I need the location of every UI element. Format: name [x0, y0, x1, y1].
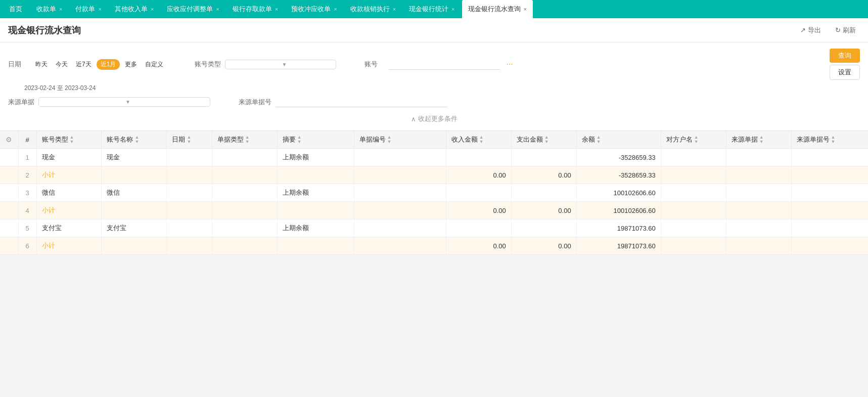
close-icon[interactable]: ×	[216, 6, 219, 12]
close-icon[interactable]: ×	[59, 6, 62, 12]
nav-item-银行存取款单[interactable]: 银行存取款单 ×	[226, 0, 284, 18]
th-date[interactable]: 日期 ▲▼	[167, 131, 212, 149]
export-button[interactable]: ↗ 导出	[796, 24, 825, 37]
td-source-doc-no	[791, 219, 868, 237]
td-date	[167, 237, 212, 255]
sort-icon: ▲▼	[387, 135, 392, 144]
nav-item-收款单[interactable]: 收款单 ×	[30, 0, 68, 18]
td-doc-type	[212, 184, 277, 202]
th-source-doc-no[interactable]: 来源单据号 ▲▼	[791, 131, 868, 149]
td-expense: 0.00	[511, 166, 576, 184]
sort-icon: ▲▼	[831, 135, 836, 144]
th-gear[interactable]: ⚙	[0, 131, 18, 149]
refresh-button[interactable]: ↻ 刷新	[831, 24, 860, 37]
td-date	[167, 202, 212, 219]
nav-item-收款核销执行[interactable]: 收款核销执行 ×	[344, 0, 402, 18]
source-doc-num-input[interactable]	[278, 98, 445, 105]
source-doc-num-group: 来源单据号	[239, 97, 447, 107]
close-icon[interactable]: ×	[151, 6, 154, 12]
query-button[interactable]: 查询	[830, 49, 860, 63]
th-doc-type[interactable]: 单据类型 ▲▼	[212, 131, 277, 149]
td-source-doc	[726, 202, 791, 219]
td-expense	[511, 184, 576, 202]
sort-icon: ▲▼	[597, 135, 601, 144]
td-doc-no	[354, 202, 446, 219]
td-source-doc	[726, 237, 791, 255]
td-source-doc-no	[791, 202, 868, 219]
td-gear	[0, 184, 18, 202]
nav-item-应收应付调整单[interactable]: 应收应付调整单 ×	[161, 0, 225, 18]
date-opt-custom[interactable]: 自定义	[142, 59, 166, 70]
dots-button[interactable]: ···	[504, 60, 515, 69]
td-balance: -3528659.33	[576, 149, 661, 166]
nav-item-付款单[interactable]: 付款单 ×	[69, 0, 107, 18]
nav-item-现金银行统计[interactable]: 现金银行统计 ×	[403, 0, 461, 18]
th-doc-no[interactable]: 单据编号 ▲▼	[354, 131, 446, 149]
td-expense: 0.00	[511, 237, 576, 255]
close-icon[interactable]: ×	[524, 6, 527, 12]
td-counterparty	[661, 184, 726, 202]
td-account-type: 现金	[36, 149, 102, 166]
th-source-doc[interactable]: 来源单据 ▲▼	[726, 131, 791, 149]
td-summary	[277, 166, 354, 184]
td-gear	[0, 237, 18, 255]
th-counterparty[interactable]: 对方户名 ▲▼	[661, 131, 726, 149]
table-body: 1现金现金上期余额-3528659.332小计0.000.00-3528659.…	[0, 149, 868, 255]
th-balance[interactable]: 余额 ▲▼	[576, 131, 661, 149]
table-row: 5支付宝支付宝上期余额19871073.60	[0, 219, 868, 237]
collapse-bar[interactable]: ∧ 收起更多条件	[8, 111, 860, 124]
td-doc-no	[354, 166, 446, 184]
filter-row-2: 来源单据 ▼ 来源单据号	[8, 97, 860, 107]
th-income[interactable]: 收入金额 ▲▼	[446, 131, 511, 149]
close-icon[interactable]: ×	[451, 6, 454, 12]
account-type-select[interactable]: ▼	[225, 60, 336, 69]
table-row: 4小计0.000.00100102606.60	[0, 202, 868, 219]
table-container: ⚙ # 账号类型 ▲▼ 账号名称 ▲▼ 日期	[0, 131, 868, 255]
td-date	[167, 219, 212, 237]
filter-area: 日期 昨天 今天 近7天 近1月 更多 自定义 账号类型 ▼ 账号 ··	[0, 42, 868, 131]
close-icon[interactable]: ×	[334, 6, 337, 12]
close-icon[interactable]: ×	[98, 6, 101, 12]
td-summary: 上期余额	[277, 149, 354, 166]
td-counterparty	[661, 202, 726, 219]
td-doc-no	[354, 237, 446, 255]
collapse-icon: ∧	[411, 115, 416, 123]
close-icon[interactable]: ×	[393, 6, 396, 12]
date-filter-group: 日期 昨天 今天 近7天 近1月 更多 自定义	[8, 59, 166, 70]
nav-home[interactable]: 首页	[2, 5, 29, 14]
td-account-name: 现金	[102, 149, 167, 166]
table-row: 3微信微信上期余额100102606.60	[0, 184, 868, 202]
td-doc-no	[354, 149, 446, 166]
setting-button[interactable]: 设置	[830, 65, 860, 80]
td-gear	[0, 149, 18, 166]
source-doc-num-label: 来源单据号	[239, 98, 271, 107]
td-summary: 上期余额	[277, 184, 354, 202]
filter-row-1: 日期 昨天 今天 近7天 近1月 更多 自定义 账号类型 ▼ 账号 ··	[8, 49, 860, 80]
th-account-name[interactable]: 账号名称 ▲▼	[102, 131, 167, 149]
gear-icon[interactable]: ⚙	[6, 136, 12, 144]
source-doc-select[interactable]: ▼	[38, 97, 210, 107]
td-counterparty	[661, 166, 726, 184]
header-actions: ↗ 导出 ↻ 刷新	[796, 24, 860, 37]
date-opt-more[interactable]: 更多	[122, 59, 140, 70]
td-account-type: 微信	[36, 184, 102, 202]
data-table: ⚙ # 账号类型 ▲▼ 账号名称 ▲▼ 日期	[0, 131, 868, 255]
nav-item-现金银行流水查询[interactable]: 现金银行流水查询 ×	[462, 0, 533, 18]
td-balance: -3528659.33	[576, 166, 661, 184]
date-opt-today[interactable]: 今天	[53, 59, 71, 70]
date-opt-yesterday[interactable]: 昨天	[32, 59, 51, 70]
close-icon[interactable]: ×	[275, 6, 278, 12]
sort-icon: ▲▼	[759, 135, 764, 144]
td-doc-type	[212, 202, 277, 219]
date-opt-1month[interactable]: 近1月	[97, 59, 120, 70]
account-input[interactable]	[391, 61, 498, 68]
td-index: 1	[18, 149, 36, 166]
td-doc-type	[212, 149, 277, 166]
th-expense[interactable]: 支出金额 ▲▼	[511, 131, 576, 149]
nav-item-预收冲应收单[interactable]: 预收冲应收单 ×	[285, 0, 343, 18]
td-counterparty	[661, 237, 726, 255]
th-account-type[interactable]: 账号类型 ▲▼	[36, 131, 102, 149]
date-opt-7days[interactable]: 近7天	[73, 59, 95, 70]
th-summary[interactable]: 摘要 ▲▼	[277, 131, 354, 149]
nav-item-其他收入单[interactable]: 其他收入单 ×	[109, 0, 160, 18]
